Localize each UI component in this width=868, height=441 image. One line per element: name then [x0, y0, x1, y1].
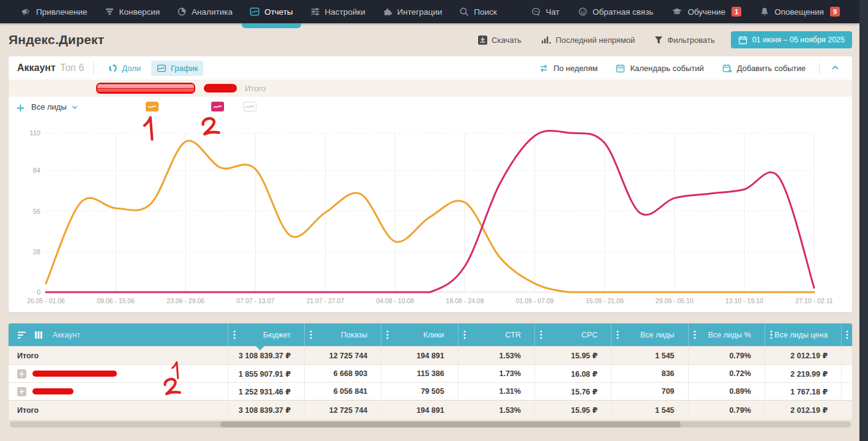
download-icon: [478, 36, 487, 45]
cell-показы: 6 668 903: [304, 365, 381, 382]
nav-item-отчеты[interactable]: Отчеты: [250, 0, 293, 23]
legend-item-redacted-1[interactable]: [96, 83, 195, 94]
horizontal-scrollbar-track[interactable]: [10, 421, 851, 428]
svg-text:84: 84: [33, 167, 40, 174]
view-toggles: ДолиГрафик: [103, 61, 208, 76]
nav-item-привлечение[interactable]: Привлечение: [21, 0, 88, 23]
cell-account: Итого: [9, 347, 228, 364]
cell-бюджет: 3 108 839.37 ₽: [228, 347, 304, 364]
cell-ctr: 1.73%: [458, 365, 534, 382]
panel-action-calendar-events[interactable]: Календарь событий: [616, 64, 703, 73]
svg-text:28: 28: [33, 248, 40, 255]
nav-item-обратная связь[interactable]: Обратная связь: [578, 0, 653, 23]
column-menu-icon[interactable]: [616, 330, 619, 339]
header-label: Клики: [424, 331, 444, 339]
horizontal-scrollbar-thumb[interactable]: [220, 421, 681, 428]
collapse-panel-button[interactable]: [819, 62, 844, 74]
nav-item-настройки[interactable]: Настройки: [310, 0, 365, 23]
cell-account: [9, 365, 228, 382]
education-icon: [672, 7, 683, 17]
filter-icon: [654, 36, 663, 45]
cell-account: Итого: [9, 401, 228, 420]
header-actions: СкачатьПоследний непрямойФильтровать: [458, 36, 715, 45]
chart-panel-header: Аккаунт Топ 6 ДолиГрафик По неделямКален…: [9, 56, 852, 80]
window-edge: [859, 0, 868, 441]
analytics-pie-icon: [177, 7, 187, 17]
panel-action-label: Календарь событий: [630, 64, 703, 73]
column-menu-icon[interactable]: [694, 330, 696, 339]
view-toggle-доли[interactable]: Доли: [103, 61, 146, 76]
legend-item-redacted-2[interactable]: [204, 84, 237, 92]
cell-ctr: 1.31%: [458, 383, 534, 400]
header-cell-показы[interactable]: Показы: [304, 323, 381, 346]
nav-item-label: Обучение: [687, 7, 725, 17]
chat-icon: [531, 7, 541, 17]
svg-text:04.08 - 10.08: 04.08 - 10.08: [376, 297, 414, 304]
nav-item-label: Оповещения: [774, 7, 824, 17]
nav-item-label: Привлечение: [36, 7, 88, 17]
cell-бюджет: 1 252 931.46 ₽: [228, 383, 304, 400]
header-cell-все-лиды[interactable]: Все лиды: [611, 323, 687, 346]
header-action-filter[interactable]: Фильтровать: [654, 36, 714, 45]
nav-item-label: Интеграции: [397, 7, 442, 17]
series-swatch-1[interactable]: [146, 102, 159, 111]
nav-item-интеграции[interactable]: Интеграции: [383, 0, 442, 23]
svg-text:56: 56: [33, 208, 40, 215]
header-action-attribution-bars[interactable]: Последний непрямой: [541, 36, 635, 45]
header-action-label: Последний непрямой: [556, 36, 635, 45]
header-cell-все-лиды-цена[interactable]: Все лиды цена: [765, 323, 841, 346]
column-menu-icon[interactable]: [540, 330, 542, 339]
add-metric-button[interactable]: [17, 104, 24, 115]
series-swatch-2[interactable]: [211, 102, 224, 111]
svg-text:23.06 - 29.06: 23.06 - 29.06: [166, 297, 204, 304]
calendar-plus-icon: [722, 64, 732, 73]
cell-cpc: 15.95 ₽: [534, 401, 611, 420]
column-menu-icon[interactable]: [463, 330, 466, 339]
nav-item-label: Аналитика: [192, 7, 233, 17]
header-cell-все-лиды-[interactable]: Все лиды %: [688, 323, 765, 346]
nav-item-аналитика[interactable]: Аналитика: [177, 0, 233, 23]
expand-row-button[interactable]: [17, 387, 26, 396]
header-cell-cpc[interactable]: CPC: [534, 323, 611, 346]
panel-action-calendar-plus[interactable]: Добавить событие: [722, 64, 806, 73]
nav-item-чат[interactable]: Чат: [531, 0, 559, 23]
legend-item-total[interactable]: Итого: [245, 84, 266, 93]
header-cell-ctr[interactable]: CTR: [458, 323, 534, 346]
notification-badge: 1: [731, 7, 741, 17]
attribution-bars-icon: [541, 36, 552, 44]
cell-все-лиды-: 0.79%: [688, 347, 765, 364]
nav-item-label: Чат: [546, 7, 559, 17]
cell-бюджет: 3 108 839.37 ₽: [228, 401, 304, 420]
nav-item-поиск[interactable]: Поиск: [459, 0, 496, 23]
column-menu-icon[interactable]: [310, 330, 312, 339]
column-menu-icon[interactable]: [770, 330, 773, 339]
nav-item-оповещения[interactable]: Оповещения9: [760, 0, 840, 23]
panel-action-label: По неделям: [553, 64, 597, 73]
header-cell-account[interactable]: Аккаунт: [9, 323, 228, 346]
cell-все-лиды-цена: 2 012.19 ₽: [765, 347, 841, 364]
svg-text:09.06 - 15.06: 09.06 - 15.06: [97, 297, 135, 304]
nav-item-конверсия[interactable]: Конверсия: [105, 0, 160, 23]
feedback-icon: [578, 7, 588, 17]
columns-icon: [34, 331, 43, 339]
header-cell-клики[interactable]: Клики: [381, 323, 457, 346]
series-swatch-3[interactable]: [244, 102, 256, 111]
swap-arrows-icon: [539, 64, 548, 73]
column-menu-icon[interactable]: [233, 330, 236, 339]
table-options-icon[interactable]: [841, 323, 852, 346]
panel-action-swap-arrows[interactable]: По неделям: [539, 64, 597, 73]
header-action-download[interactable]: Скачать: [478, 36, 522, 45]
view-toggle-график[interactable]: График: [151, 61, 203, 76]
metric-selector[interactable]: Все лиды: [31, 102, 78, 111]
header-cell-бюджет[interactable]: Бюджет: [228, 323, 304, 346]
svg-text:15.09 - 21.09: 15.09 - 21.09: [586, 297, 624, 304]
row-end-spacer: [841, 365, 852, 382]
svg-text:18.08 - 24.08: 18.08 - 24.08: [446, 297, 484, 304]
header-action-label: Скачать: [492, 36, 522, 45]
notification-badge: 9: [830, 7, 840, 17]
date-range-button[interactable]: 01 июня – 05 ноября 2025: [731, 31, 852, 48]
svg-text:01.09 - 07.09: 01.09 - 07.09: [516, 297, 554, 304]
nav-item-обучение[interactable]: Обучение1: [672, 0, 741, 23]
expand-row-button[interactable]: [17, 369, 26, 379]
column-menu-icon[interactable]: [386, 330, 389, 339]
